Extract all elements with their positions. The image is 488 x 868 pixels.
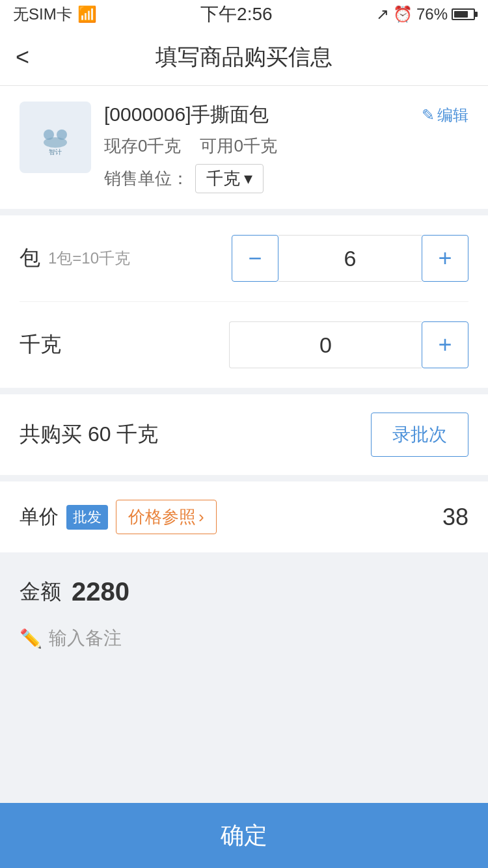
total-section: 共购买 60 千克 录批次 xyxy=(0,394,488,475)
carrier-label: 无SIM卡 xyxy=(13,4,72,25)
batch-button[interactable]: 录批次 xyxy=(371,413,468,457)
bag-quantity-input[interactable] xyxy=(278,235,422,282)
svg-text:智计: 智计 xyxy=(49,148,62,156)
price-value: 38 xyxy=(442,504,468,531)
price-ref-arrow-icon: › xyxy=(198,507,204,527)
bag-increment-button[interactable]: + xyxy=(422,235,468,282)
kg-input-controls: + xyxy=(229,321,468,368)
battery-icon xyxy=(452,8,475,20)
amount-section: 金额 2280 ✏️ 输入备注 xyxy=(0,559,488,664)
amount-value: 2280 xyxy=(72,577,129,606)
product-stock: 现存0千克 可用0千克 xyxy=(104,135,468,157)
bag-input-controls: − + xyxy=(232,235,468,282)
kg-input-row: 千克 + xyxy=(20,302,468,388)
unit-prefix: 销售单位： xyxy=(104,167,189,190)
kg-label: 千克 xyxy=(20,331,61,359)
edit-label: 编辑 xyxy=(437,105,468,126)
wholesale-badge: 批发 xyxy=(66,505,108,530)
unit-select[interactable]: 千克 ▾ xyxy=(195,164,264,193)
status-right: ↗ ⏰ 76% xyxy=(376,5,475,23)
remark-row[interactable]: ✏️ 输入备注 xyxy=(20,619,468,657)
input-section: 包 1包=10千克 − + 千克 + xyxy=(0,215,488,388)
edit-icon: ✎ xyxy=(422,106,435,124)
product-thumbnail: 智计 xyxy=(20,102,91,173)
product-info: [0000006]手撕面包 ✎ 编辑 现存0千克 可用0千克 销售单位： 千克 … xyxy=(104,102,468,193)
nav-bar: < 填写商品购买信息 xyxy=(0,29,488,86)
product-code-name: [0000006]手撕面包 xyxy=(104,102,269,128)
price-text: 单价 xyxy=(20,504,59,530)
price-reference-button[interactable]: 价格参照 › xyxy=(116,500,217,534)
product-unit-row: 销售单位： 千克 ▾ xyxy=(104,164,468,193)
product-card: 智计 [0000006]手撕面包 ✎ 编辑 现存0千克 可用0千克 销售单位： … xyxy=(0,86,488,209)
stock-label: 现存0千克 xyxy=(104,136,181,156)
bag-label: 包 1包=10千克 xyxy=(20,244,130,273)
product-logo-icon: 智计 xyxy=(36,118,75,157)
amount-label: 金额 xyxy=(20,578,61,606)
price-row: 单价 批发 价格参照 › 38 xyxy=(20,500,468,534)
price-section: 单价 批发 价格参照 › 38 xyxy=(0,481,488,552)
total-text: 共购买 60 千克 xyxy=(20,420,158,449)
battery-percent: 76% xyxy=(416,5,448,23)
back-button[interactable]: < xyxy=(16,44,29,71)
amount-row: 金额 2280 xyxy=(20,577,468,606)
kg-text: 千克 xyxy=(20,331,61,359)
edit-link[interactable]: ✎ 编辑 xyxy=(422,105,468,126)
available-label: 可用0千克 xyxy=(200,136,277,156)
svg-point-2 xyxy=(44,137,67,148)
page-title: 填写商品购买信息 xyxy=(156,42,332,72)
price-label: 单价 批发 价格参照 › xyxy=(20,500,217,534)
location-icon: ↗ xyxy=(376,5,389,23)
kg-increment-button[interactable]: + xyxy=(422,321,468,368)
bag-input-row: 包 1包=10千克 − + xyxy=(20,215,468,302)
confirm-button[interactable]: 确定 xyxy=(0,803,488,868)
remark-placeholder: 输入备注 xyxy=(49,626,122,651)
bag-decrement-button[interactable]: − xyxy=(232,235,278,282)
price-ref-label: 价格参照 xyxy=(128,506,196,528)
status-left: 无SIM卡 📶 xyxy=(13,4,97,25)
status-time: 下午2:56 xyxy=(200,2,273,27)
kg-quantity-input[interactable] xyxy=(229,321,422,368)
bag-hint: 1包=10千克 xyxy=(48,248,130,269)
status-bar: 无SIM卡 📶 下午2:56 ↗ ⏰ 76% xyxy=(0,0,488,29)
bag-text: 包 xyxy=(20,244,40,273)
unit-value: 千克 xyxy=(206,167,240,190)
product-name-row: [0000006]手撕面包 ✎ 编辑 xyxy=(104,102,468,128)
wifi-icon: 📶 xyxy=(77,5,97,23)
alarm-icon: ⏰ xyxy=(393,5,413,23)
chevron-down-icon: ▾ xyxy=(244,169,252,189)
pencil-icon: ✏️ xyxy=(20,628,42,649)
